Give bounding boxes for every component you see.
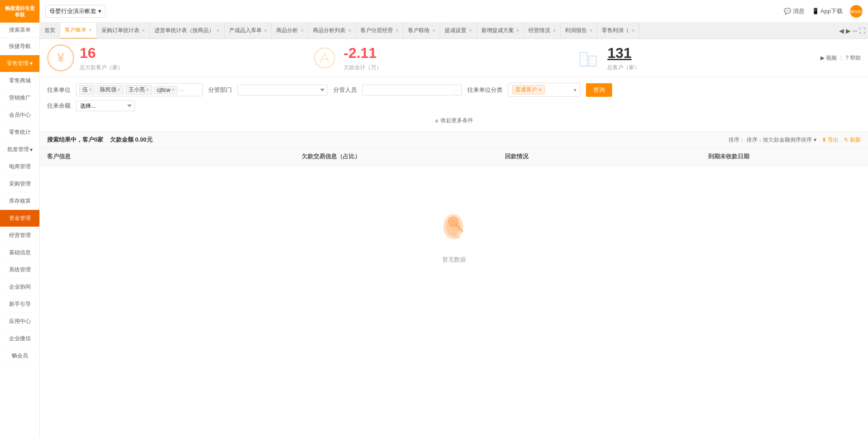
tab-home[interactable]: 首页	[40, 23, 60, 39]
sidebar-item-member-center[interactable]: 会员中心	[0, 107, 39, 124]
svg-rect-7	[582, 59, 584, 61]
balance-select[interactable]: 选择...	[76, 100, 135, 111]
svg-rect-5	[582, 55, 584, 57]
tab-close-icon[interactable]: ×	[396, 28, 398, 33]
topbar-right: 💬 消息 📱 App下载 demo2	[784, 5, 863, 18]
sidebar-item-newcomer[interactable]: 新手引导	[0, 296, 39, 313]
remove-tag-wang[interactable]: ×	[146, 87, 149, 92]
tab-close-icon[interactable]: ×	[264, 28, 267, 33]
user-avatar[interactable]: demo2	[850, 5, 863, 18]
tab-close-icon[interactable]: ×	[632, 28, 634, 33]
tab-close-icon[interactable]: ×	[517, 28, 519, 33]
sidebar-item-retail-stats[interactable]: 零售统计	[0, 124, 39, 141]
app-download-btn[interactable]: 📱 App下载	[812, 7, 843, 15]
account-selector[interactable]: 母婴行业演示帐套 ▾	[45, 5, 106, 18]
tab-close-icon[interactable]: ×	[432, 28, 435, 33]
tab-production-entry[interactable]: 产成品入库单 ×	[225, 23, 272, 39]
video-btn[interactable]: ▶ 视频	[820, 54, 837, 62]
col-header-repay: 回款情况	[505, 152, 708, 161]
stat-total-customers: 131 总客户（家）	[556, 44, 820, 71]
sidebar-item-inventory[interactable]: 库存核算	[0, 193, 39, 210]
sidebar-item-retail-mgmt[interactable]: 零售管理 ▾	[0, 55, 39, 72]
sidebar-item-ecom-mgmt[interactable]: 电商管理	[0, 158, 39, 176]
export-btn[interactable]: ⬇ 导出	[822, 136, 839, 144]
unit-type-select[interactable]: 普通客户 × ▾	[508, 83, 580, 97]
sidebar-item-retail-mall[interactable]: 零售商城	[0, 72, 39, 90]
help-btn[interactable]: ? 帮助	[845, 54, 861, 62]
tab-minimize-icon[interactable]: ─	[853, 27, 857, 34]
tab-add-commission[interactable]: 新增提成方案 ×	[477, 23, 524, 39]
sidebar-item-basic-info[interactable]: 基础信息	[0, 244, 39, 261]
tab-purchase-order-stats[interactable]: 采购订单统计表 ×	[97, 23, 150, 39]
sidebar-item-enterprise-collab[interactable]: 企业协同	[0, 279, 39, 296]
refresh-btn[interactable]: ↻ 刷新	[844, 136, 861, 144]
tab-close-icon[interactable]: ×	[217, 28, 220, 33]
result-info: 搜索结果中，客户0家 欠款金额 0.00元	[47, 136, 153, 144]
tab-close-icon[interactable]: ×	[89, 28, 92, 33]
remove-tag-wu[interactable]: ×	[89, 87, 92, 92]
topbar: 母婴行业演示帐套 ▾ 💬 消息 📱 App下载 demo2	[40, 0, 868, 23]
filter-tag-cjttcw[interactable]: cjttcw ×	[154, 86, 178, 94]
video-help: ▶ 视频 | ? 帮助	[820, 54, 861, 62]
tab-goods-analysis[interactable]: 商品分析 ×	[272, 23, 308, 39]
tab-close-icon[interactable]: ×	[469, 28, 472, 33]
filter-tag-wu[interactable]: 伍 ×	[79, 85, 95, 95]
sidebar-item-finance-mgmt[interactable]: 资金管理	[0, 210, 39, 227]
sidebar-item-system-mgmt[interactable]: 系统管理	[0, 261, 39, 279]
sidebar-item-purchase-mgmt[interactable]: 采购管理	[0, 176, 39, 193]
message-btn[interactable]: 💬 消息	[784, 7, 805, 15]
sidebar-item-operations[interactable]: 经营管理	[0, 227, 39, 244]
tab-commission-settings[interactable]: 提成设置 ×	[440, 23, 477, 39]
tab-retail-profit[interactable]: 零售利润（ ×	[597, 23, 639, 39]
tab-goods-entry-stats[interactable]: 进货单统计表（按商品） ×	[150, 23, 225, 39]
tab-close-icon[interactable]: ×	[590, 28, 592, 33]
svg-point-0	[315, 48, 335, 68]
svg-rect-8	[586, 59, 588, 61]
app-icon: 📱	[812, 8, 819, 14]
tab-operations[interactable]: 经营情况 ×	[524, 23, 561, 39]
tab-close-icon[interactable]: ×	[348, 28, 351, 33]
building-icon	[575, 44, 602, 71]
tab-close-icon[interactable]: ×	[301, 28, 303, 33]
tab-close-icon[interactable]: ×	[553, 28, 556, 33]
sidebar: 畅捷通好生意 标版 搜索菜单 快捷导航 零售管理 ▾ 零售商城 营销推广 会员中…	[0, 0, 40, 437]
sidebar-item-wechat-work[interactable]: 企业微信	[0, 330, 39, 347]
remove-unit-type-icon[interactable]: ×	[538, 87, 542, 93]
tab-customer-tier-ops[interactable]: 客户分层经营 ×	[356, 23, 403, 39]
filter-tag-wang[interactable]: 王小亮 ×	[125, 85, 152, 95]
remove-tag-cjttcw[interactable]: ×	[172, 87, 175, 92]
more-person-icon: ···	[453, 87, 458, 93]
sidebar-item-wholesale-mgmt[interactable]: 批发管理▾	[0, 141, 39, 158]
svg-rect-9	[591, 59, 593, 61]
tab-close-icon[interactable]: ×	[142, 28, 145, 33]
more-tags-icon[interactable]: ···	[179, 87, 184, 93]
balance-label: 往来余额	[47, 102, 71, 110]
customers-label: 总欠款客户（家）	[80, 64, 123, 71]
tab-profit-report[interactable]: 利润报告 ×	[561, 23, 597, 39]
sidebar-item-app-center[interactable]: 应用中心	[0, 313, 39, 330]
tab-customer-account[interactable]: 客户账本 ×	[60, 23, 97, 39]
filter-tag-chen[interactable]: 陈民强 ×	[97, 85, 124, 95]
remove-tag-chen[interactable]: ×	[118, 87, 120, 92]
collapse-btn[interactable]: ∧ 收起更多条件	[431, 115, 477, 126]
dept-select[interactable]	[237, 85, 328, 95]
chevron-down-icon: ▾	[574, 87, 576, 93]
tab-next-icon[interactable]: ▶	[846, 27, 851, 34]
sidebar-item-quick-nav[interactable]: 快捷导航	[0, 38, 39, 55]
unit-type-label: 往来单位分类	[467, 86, 503, 94]
chevron-down-icon: ▾	[814, 137, 816, 143]
unit-filter-tags[interactable]: 伍 × 陈民强 × 王小亮 × cjttcw × ···	[76, 83, 203, 96]
sidebar-item-search-menu[interactable]: 搜索菜单	[0, 23, 39, 38]
tab-maximize-icon[interactable]: ⛶	[859, 27, 865, 34]
unit-type-selected-tag[interactable]: 普通客户 ×	[512, 85, 545, 95]
sort-control[interactable]: 排序： 排序：按欠款金额倒序排序 ▾	[729, 136, 816, 144]
search-button[interactable]: 查询	[586, 83, 612, 97]
person-input[interactable]: ···	[362, 85, 462, 95]
sidebar-item-marketing[interactable]: 营销推广	[0, 90, 39, 107]
message-icon: 💬	[784, 8, 791, 14]
tab-customer-contact[interactable]: 客户联络 ×	[403, 23, 440, 39]
tab-goods-analysis-list[interactable]: 商品分析列表 ×	[308, 23, 356, 39]
tab-prev-icon[interactable]: ◀	[839, 27, 844, 34]
sidebar-item-chang-member[interactable]: 畅会员	[0, 347, 39, 365]
empty-text: 暂无数据	[442, 256, 466, 264]
